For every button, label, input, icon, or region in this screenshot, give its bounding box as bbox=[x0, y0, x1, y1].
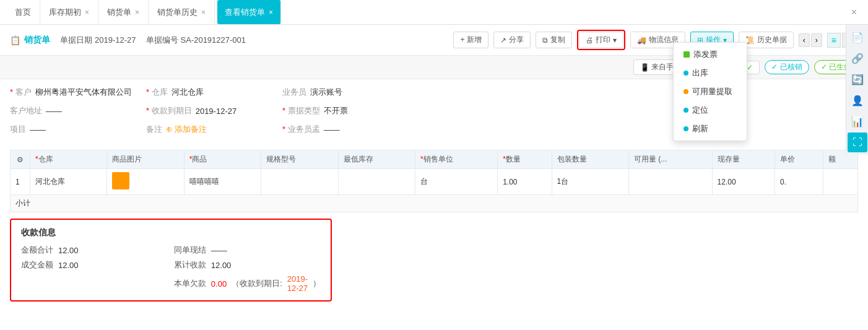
this-order-note: （收款到期日: bbox=[232, 278, 282, 289]
staff-field: 业务员 演示账号 bbox=[282, 87, 406, 98]
tab-home[interactable]: 首页 bbox=[6, 0, 40, 24]
doc-date-label: 单据日期 2019-12-27 bbox=[60, 35, 136, 46]
th-gear: ⚙ bbox=[11, 150, 30, 169]
locate-icon bbox=[684, 108, 688, 113]
tab-inventory-init[interactable]: 库存期初 × bbox=[40, 0, 98, 24]
dropdown-outbound[interactable]: 出库 bbox=[674, 64, 747, 82]
phone-icon: 📱 bbox=[640, 63, 649, 72]
total-amount-label: 金额合计 bbox=[21, 245, 53, 256]
sales-table: ⚙ *仓库 商品图片 *商品 规格型号 最低库存 *销售单位 *数量 包装数量 … bbox=[10, 150, 858, 212]
cell-quantity: 1.00 bbox=[498, 169, 552, 195]
dropdown-available[interactable]: 可用量提取 bbox=[674, 82, 747, 101]
cell-currentqty: 12.00 bbox=[712, 169, 775, 195]
address-value: —— bbox=[46, 106, 62, 116]
cell-model bbox=[261, 169, 338, 195]
sidebar-link-icon[interactable]: 🔗 bbox=[848, 48, 867, 68]
warehouse-field: 仓库 河北仓库 bbox=[146, 87, 270, 98]
payment-grid: 金额合计 12.00 同单现结 —— 成交金额 12.00 累计收款 12.00… bbox=[21, 245, 321, 293]
tab-sales-order[interactable]: 销货单 × bbox=[98, 0, 149, 24]
th-quantity: *数量 bbox=[498, 150, 552, 169]
tab-inventory-init-close[interactable]: × bbox=[85, 8, 89, 17]
tab-bar: 首页 库存期初 × 销货单 × 销货单历史 × 查看销货单 × × bbox=[0, 0, 868, 25]
tickettype-value: 不开票 bbox=[324, 105, 348, 116]
sidebar-user-icon[interactable]: 👤 bbox=[848, 90, 867, 110]
sidebar-expand-icon[interactable]: ⛶ bbox=[848, 132, 867, 152]
dropdown-add-invoice[interactable]: 添发票 bbox=[674, 45, 747, 64]
nav-arrows: ‹ › bbox=[799, 33, 822, 47]
cell-packqty: 1台 bbox=[552, 169, 628, 195]
remark-field: 备注 ⊕ 添加备注 bbox=[146, 124, 270, 135]
cumulative-item: 累计收款 12.00 bbox=[174, 259, 321, 271]
cell-unitprice: 0. bbox=[775, 169, 823, 195]
view-list-button[interactable]: ≡ bbox=[827, 33, 841, 48]
table-row: 1 河北仓库 嘻嘻嘻嘻 台 1.00 1台 12.00 0. bbox=[11, 169, 858, 195]
prev-record-button[interactable]: ‹ bbox=[799, 33, 810, 47]
doc-title-text: 销货单 bbox=[24, 35, 50, 46]
print-highlight-box: 🖨 打印 ▾ bbox=[577, 30, 625, 50]
doc-code-value: SA-20191227-001 bbox=[181, 35, 246, 45]
this-order-value: 0.00 bbox=[211, 279, 227, 289]
sold-status-button[interactable]: ✓ 已核销 bbox=[765, 60, 809, 74]
check-icon: ✓ bbox=[747, 63, 753, 72]
customer-field: 客户 柳州粤港平安气体有限公司 bbox=[10, 87, 134, 98]
payment-title: 收款信息 bbox=[21, 227, 321, 238]
print-button[interactable]: 🖨 打印 ▾ bbox=[579, 32, 623, 48]
tab-sales-history-close[interactable]: × bbox=[201, 8, 206, 17]
project-field: 项目 —— bbox=[10, 124, 134, 135]
paydate-label: 收款到期日 bbox=[146, 105, 192, 116]
add-remark-icon: ⊕ bbox=[166, 124, 172, 134]
next-record-button[interactable]: › bbox=[811, 33, 822, 47]
tab-sales-order-close[interactable]: × bbox=[135, 8, 139, 17]
right-sidebar: 📄 🔗 🔄 👤 📊 ⛶ bbox=[846, 25, 868, 155]
cell-minstock bbox=[338, 169, 415, 195]
address-label: 客户地址 bbox=[10, 105, 42, 116]
paydate-field: 收款到期日 2019-12-27 bbox=[146, 105, 270, 116]
sidebar-chart-icon[interactable]: 📊 bbox=[848, 111, 867, 131]
single-settle-item: 同单现结 —— bbox=[174, 245, 321, 256]
deal-amount-item: 成交金额 12.00 bbox=[21, 259, 162, 271]
total-amount-item: 金额合计 12.00 bbox=[21, 245, 162, 256]
staff-label: 业务员 bbox=[282, 87, 306, 98]
staffsales-value: —— bbox=[324, 125, 340, 134]
cell-available bbox=[628, 169, 712, 195]
doc-icon: 📋 bbox=[10, 35, 20, 45]
sidebar-doc-icon[interactable]: 📄 bbox=[848, 27, 867, 47]
customer-value: 柳州粤港平安气体有限公司 bbox=[35, 87, 132, 98]
product-image bbox=[112, 172, 129, 189]
table-header-row: ⚙ *仓库 商品图片 *商品 规格型号 最低库存 *销售单位 *数量 包装数量 … bbox=[11, 150, 858, 169]
doc-date-value: 2019-12-27 bbox=[95, 35, 136, 45]
tab-sales-history[interactable]: 销货单历史 × bbox=[149, 0, 215, 24]
dropdown-menu: 添发票 出库 可用量提取 定位 刷新 bbox=[673, 42, 747, 141]
cell-product: 嘻嘻嘻嘻 bbox=[184, 169, 261, 195]
share-icon: ↗ bbox=[500, 36, 506, 45]
tickettype-field: 票据类型 不开票 bbox=[282, 105, 406, 116]
subtotal-label: 小计 bbox=[11, 195, 858, 212]
tab-view-sales[interactable]: 查看销货单 × bbox=[217, 0, 281, 24]
payment-box: 收款信息 金额合计 12.00 同单现结 —— 成交金额 12.00 累计收款 … bbox=[10, 219, 332, 302]
outbound-icon bbox=[684, 71, 688, 76]
doc-code-label: 单据编号 SA-20191227-001 bbox=[146, 35, 246, 46]
window-close-btn[interactable]: × bbox=[846, 4, 862, 20]
dropdown-locate[interactable]: 定位 bbox=[674, 101, 747, 119]
print-dropdown-icon: ▾ bbox=[613, 36, 617, 45]
sidebar-sync-icon[interactable]: 🔄 bbox=[848, 69, 867, 89]
available-icon bbox=[684, 89, 688, 94]
share-button[interactable]: ↗ 分享 bbox=[493, 32, 531, 48]
cell-warehouse: 河北仓库 bbox=[30, 169, 107, 195]
add-invoice-icon bbox=[684, 51, 690, 58]
deal-amount-label: 成交金额 bbox=[21, 259, 53, 271]
cell-image bbox=[107, 169, 184, 195]
single-settle-value: —— bbox=[211, 246, 227, 255]
total-amount-value: 12.00 bbox=[58, 246, 79, 255]
add-remark-button[interactable]: ⊕ 添加备注 bbox=[166, 124, 207, 135]
copy-button[interactable]: ⧉ 复制 bbox=[536, 32, 572, 48]
dropdown-refresh[interactable]: 刷新 bbox=[674, 119, 747, 138]
project-label: 项目 bbox=[10, 124, 26, 135]
project-value: —— bbox=[30, 125, 46, 134]
cumulative-value: 12.00 bbox=[211, 261, 232, 270]
this-order-date: 2019-12-27 bbox=[287, 274, 308, 293]
this-order-item: 本单欠款 0.00 （收款到期日: 2019-12-27 ） bbox=[174, 274, 321, 293]
tab-view-sales-close[interactable]: × bbox=[269, 8, 273, 17]
refresh-icon bbox=[684, 126, 688, 131]
new-button[interactable]: + 新增 bbox=[453, 32, 488, 48]
